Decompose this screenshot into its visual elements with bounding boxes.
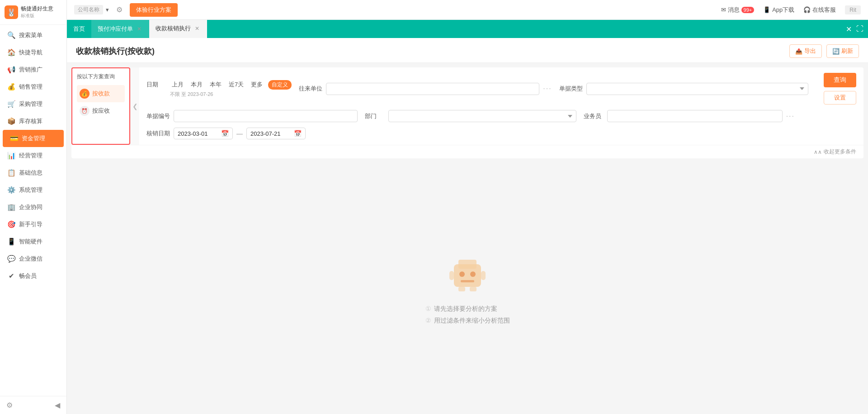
sidebar-item-enterprise[interactable]: 🏢 企业协同 <box>0 199 66 216</box>
filter-sidebar: 按以下方案查询 💰 按收款 ⏰ 按应收 <box>71 67 130 145</box>
staff-more-icon[interactable]: ··· <box>786 112 795 120</box>
sidebar-item-search[interactable]: 🔍 搜索菜单 <box>0 27 66 44</box>
tab-prepay-close[interactable]: ✕ <box>136 25 143 33</box>
calendar-end-icon[interactable]: 📅 <box>294 130 302 137</box>
collapse-more-row: ∧∧ 收起更多条件 <box>71 145 863 158</box>
counterparty-label: 往来单位 <box>299 85 322 93</box>
staff-input[interactable] <box>607 110 783 122</box>
date-range-dash: — <box>236 130 243 137</box>
sidebar-item-inventory[interactable]: 📦 库存核算 <box>0 113 66 130</box>
refresh-icon: 🔄 <box>832 48 840 55</box>
bill-no-group: 单据编号 <box>146 110 358 122</box>
dept-select[interactable] <box>388 110 576 122</box>
basic-info-icon: 📋 <box>7 169 15 177</box>
sidebar-item-guide[interactable]: 🎯 新手引导 <box>0 216 66 233</box>
message-label: 消息 <box>728 6 740 14</box>
sidebar-item-operation[interactable]: 📊 经营管理 <box>0 147 66 164</box>
query-button[interactable]: 查询 <box>824 73 856 87</box>
gear-icon[interactable]: ⚙ <box>116 5 123 14</box>
sidebar-item-hardware[interactable]: 📱 智能硬件 <box>0 233 66 250</box>
sidebar-item-quick-nav[interactable]: 🏠 快捷导航 <box>0 44 66 61</box>
date-link-more[interactable]: 更多 <box>249 80 264 90</box>
export-button[interactable]: 📤 导出 <box>789 44 822 58</box>
company-name: 公司名称 <box>74 5 103 14</box>
sidebar-item-label: 企业协同 <box>19 203 42 211</box>
verify-date-end-wrap: 📅 <box>246 128 306 139</box>
date-link-last-month[interactable]: 上月 <box>170 80 185 90</box>
sidebar-item-purchase[interactable]: 🛒 采购管理 <box>0 95 66 113</box>
query-buttons: 查询 设置 <box>819 73 856 105</box>
sidebar-item-label: 资金管理 <box>22 134 45 143</box>
filter-row-1: 日期 上月 本月 本年 近7天 更多 自定义 不限 至 2023-07-26 <box>146 73 856 105</box>
filter-sidebar-title: 按以下方案查询 <box>77 73 125 81</box>
chevron-down-icon: ▾ <box>106 6 109 13</box>
marketing-icon: 📢 <box>7 66 15 74</box>
bill-no-input[interactable] <box>174 110 358 122</box>
date-link-7days[interactable]: 近7天 <box>227 80 245 90</box>
collapse-icon[interactable]: ◀ <box>55 401 60 409</box>
filter-option-label: 按应收 <box>92 107 110 115</box>
sidebar-item-finance[interactable]: 💳 资金管理 <box>3 130 64 147</box>
empty-illustration <box>445 251 490 296</box>
receipt-icon: 💰 <box>80 89 90 99</box>
user-avatar[interactable]: Rit <box>845 5 861 14</box>
refresh-button[interactable]: 🔄 刷新 <box>826 44 859 58</box>
sidebar-item-system[interactable]: ⚙️ 系统管理 <box>0 181 66 199</box>
sidebar-item-vip[interactable]: ✔ 畅会员 <box>0 267 66 285</box>
logo-icon: 🐰 <box>5 5 18 19</box>
tab-receipt-close[interactable]: ✕ <box>193 25 201 32</box>
filter-option-by-receivable[interactable]: ⏰ 按应收 <box>77 102 125 119</box>
svg-rect-4 <box>461 280 474 282</box>
sidebar-item-sales[interactable]: 💰 销售管理 <box>0 78 66 95</box>
chevron-up-icon: ∧∧ <box>814 149 822 155</box>
topbar-right: ✉ 消息 99+ 📱 App下载 🎧 在线客服 Rit <box>721 5 861 14</box>
filter-collapse-button[interactable]: ❮ <box>130 67 139 145</box>
sidebar-item-basic-info[interactable]: 📋 基础信息 <box>0 164 66 181</box>
industry-solution-button[interactable]: 体验行业方案 <box>130 3 178 17</box>
finance-icon: 💳 <box>10 134 18 143</box>
empty-text: ① 请先选择要分析的方案 ② 用过滤条件来缩小分析范围 <box>425 303 510 326</box>
collapse-more-label: 收起更多条件 <box>824 148 856 156</box>
bill-type-select[interactable] <box>586 83 808 95</box>
svg-rect-6 <box>481 271 486 280</box>
date-link-this-year[interactable]: 本年 <box>208 80 223 90</box>
message-button[interactable]: ✉ 消息 99+ <box>721 6 755 14</box>
tab-close-all-icon[interactable]: ✕ <box>846 25 852 33</box>
content: 收款核销执行(按收款) 📤 导出 🔄 刷新 按以下方案查询 💰 <box>67 38 868 414</box>
staff-label: 业务员 <box>584 112 604 120</box>
app-download-button[interactable]: 📱 App下载 <box>763 6 794 14</box>
date-link-this-month[interactable]: 本月 <box>189 80 204 90</box>
sidebar-item-wechat[interactable]: 💬 企业微信 <box>0 250 66 267</box>
verify-date-start-input[interactable] <box>178 130 218 137</box>
tab-receipt[interactable]: 收款核销执行 ✕ <box>149 20 207 38</box>
tab-home[interactable]: 首页 <box>67 20 91 38</box>
dept-label: 部门 <box>365 112 385 120</box>
wechat-icon: 💬 <box>7 255 15 263</box>
sidebar-item-marketing[interactable]: 📢 营销推广 <box>0 61 66 78</box>
app-label: App下载 <box>772 6 794 14</box>
setting-button[interactable]: 设置 <box>824 91 856 105</box>
svg-rect-5 <box>449 271 454 280</box>
filter-option-by-receipt[interactable]: 💰 按收款 <box>77 85 125 102</box>
svg-point-3 <box>470 271 476 277</box>
verify-date-end-input[interactable] <box>250 130 291 137</box>
page-header: 收款核销执行(按收款) 📤 导出 🔄 刷新 <box>67 38 868 63</box>
sidebar-logo: 🐰 畅捷通好生意 标准版 <box>0 0 66 25</box>
sales-icon: 💰 <box>7 83 15 91</box>
purchase-icon: 🛒 <box>7 100 15 108</box>
tab-prepay-label: 预付冲应付单 <box>98 25 133 33</box>
date-badge-custom[interactable]: 自定义 <box>268 80 292 90</box>
counterparty-more-icon[interactable]: ··· <box>543 85 552 93</box>
tab-expand-icon[interactable]: ⛶ <box>856 25 863 33</box>
counterparty-input[interactable] <box>326 83 539 95</box>
empty-hint-2: 用过滤条件来缩小分析范围 <box>434 315 510 326</box>
tab-home-label: 首页 <box>73 25 85 33</box>
customer-service-button[interactable]: 🎧 在线客服 <box>803 6 836 14</box>
company-selector[interactable]: 公司名称 ▾ <box>74 5 109 14</box>
tab-prepay[interactable]: 预付冲应付单 ✕ <box>91 20 149 38</box>
settings-icon[interactable]: ⚙ <box>6 401 13 409</box>
bill-no-label: 单据编号 <box>146 112 170 120</box>
collapse-more-button[interactable]: ∧∧ 收起更多条件 <box>814 148 856 156</box>
calendar-start-icon[interactable]: 📅 <box>221 130 229 137</box>
filter-inner: 按以下方案查询 💰 按收款 ⏰ 按应收 ❮ <box>71 67 863 145</box>
